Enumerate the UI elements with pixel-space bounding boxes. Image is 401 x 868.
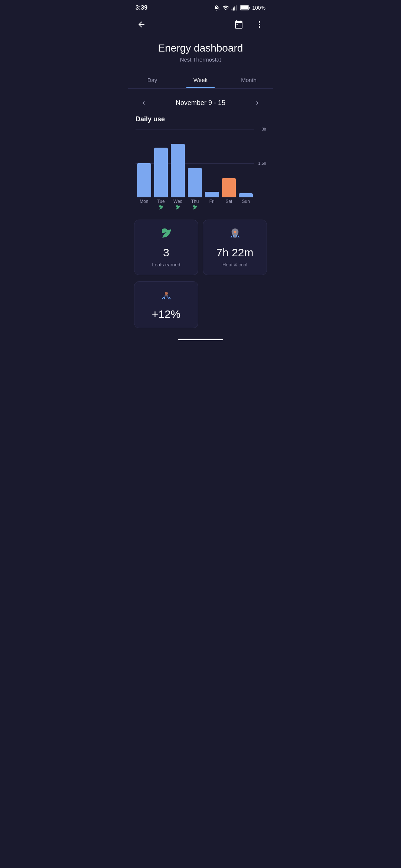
label-group-sat: Sat [221,197,238,211]
chart-title: Daily use [136,115,265,123]
battery-text: 100% [252,5,265,11]
svg-rect-1 [233,7,234,10]
day-label-mon: Mon [140,199,148,204]
svg-rect-0 [232,9,232,10]
bars-container [136,129,254,197]
svg-rect-3 [236,5,237,10]
percent-card-icon [160,289,172,303]
status-bar: 3:39 100% [128,0,273,14]
status-icons: 100% [213,4,265,11]
label-group-fri: Fri [203,197,221,211]
heat-cool-value: 7h 22m [216,246,253,259]
chart-container: 3h 1.5h MonTueWedThuFriSatSun [136,129,265,211]
tabs-container: Day Week Month [128,72,273,89]
heat-cool-label: Heat & cool [222,262,247,267]
leafs-label: Leafs earned [152,262,180,267]
svg-rect-2 [234,6,235,10]
leaf-badge-wed [175,205,180,211]
bar-thu[interactable] [188,168,202,197]
bar-group-thu [188,129,202,197]
grid-label-3h: 3h [262,127,266,131]
date-range-label: November 9 - 15 [176,99,225,107]
bar-tue[interactable] [154,148,168,197]
svg-point-11 [234,231,236,233]
cards-grid: 3 Leafs earned 7h 22m Heat & cool [128,220,273,281]
bar-sat[interactable] [222,178,236,197]
home-indicator [178,339,223,340]
svg-point-10 [259,26,260,28]
tab-month[interactable]: Month [225,72,273,88]
bar-group-sat [222,129,236,197]
leaf-badge-tue [159,205,164,211]
percent-value: +12% [152,308,181,320]
bar-group-mon [137,129,151,197]
bar-group-wed [171,129,185,197]
prev-week-button[interactable]: ‹ [137,96,150,109]
back-button[interactable] [134,17,149,32]
tab-week[interactable]: Week [176,72,225,88]
bottom-nav [128,334,273,343]
bar-sun[interactable] [239,193,253,197]
leaf-icon [160,227,172,242]
page-title: Energy dashboard [134,42,267,54]
page-subtitle: Nest Thermostat [134,56,267,63]
label-group-wed: Wed [169,197,186,211]
app-bar [128,14,273,38]
bar-wed[interactable] [171,144,185,197]
svg-point-9 [259,24,260,25]
leaf-badge-thu [192,205,198,211]
day-label-wed: Wed [173,199,182,204]
next-week-button[interactable]: › [251,96,264,109]
date-nav: ‹ November 9 - 15 › [128,89,273,115]
tab-day[interactable]: Day [128,72,176,88]
bar-mon[interactable] [137,163,151,197]
status-time: 3:39 [136,4,147,11]
wifi-icon [222,4,229,11]
svg-rect-5 [241,6,248,10]
label-group-thu: Thu [186,197,203,211]
bar-fri[interactable] [205,192,219,197]
chart-section: Daily use 3h 1.5h MonTueWedThuFriSatSun [128,115,273,220]
heat-cool-icon [229,227,241,242]
card-heat-cool: 7h 22m Heat & cool [203,220,267,275]
day-label-sun: Sun [242,199,250,204]
signal-icon [231,4,238,11]
day-label-sat: Sat [225,199,232,204]
battery-icon [240,5,250,10]
bar-group-tue [154,129,168,197]
bar-group-fri [205,129,219,197]
label-group-tue: Tue [153,197,170,211]
svg-rect-6 [249,7,250,9]
grid-label-1-5h: 1.5h [258,161,266,165]
svg-point-12 [165,292,168,295]
leafs-value: 3 [163,246,169,259]
card-leafs: 3 Leafs earned [134,220,198,275]
day-label-thu: Thu [191,199,199,204]
cards-grid-bottom: +12% [128,281,273,334]
bar-labels-row: MonTueWedThuFriSatSun [136,197,254,211]
label-group-sun: Sun [237,197,254,211]
day-label-tue: Tue [157,199,164,204]
day-label-fri: Fri [209,199,215,204]
header: Energy dashboard Nest Thermostat [128,38,273,72]
svg-point-8 [259,21,260,23]
svg-rect-7 [237,24,238,25]
app-bar-actions [231,17,267,32]
more-button[interactable] [252,17,267,32]
calendar-button[interactable] [231,17,246,32]
bell-muted-icon [213,4,220,11]
bar-group-sun [239,129,253,197]
card-percent: +12% [134,281,198,328]
label-group-mon: Mon [136,197,153,211]
